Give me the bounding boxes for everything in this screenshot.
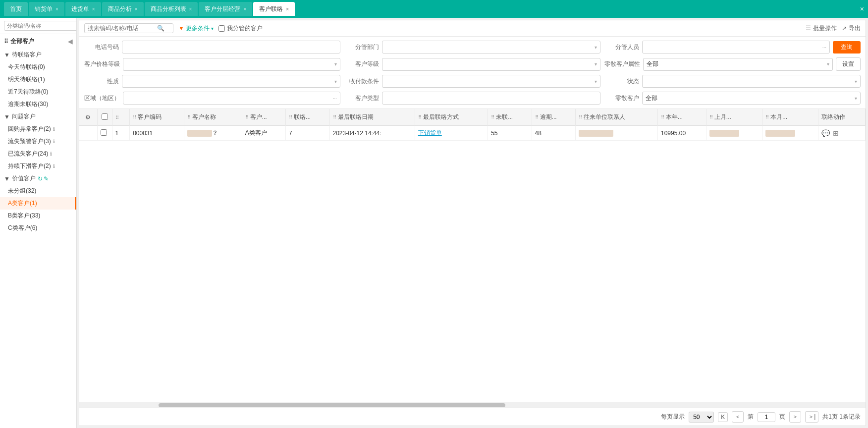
export-label: 导出	[849, 24, 861, 33]
col-header-overdue[interactable]: ⠿逾期...	[532, 109, 575, 126]
pay-label: 收付款条件	[344, 77, 379, 86]
all-customers-header[interactable]: ⠿ 全部客户 ◀	[0, 34, 76, 49]
edit-icon[interactable]: ✎	[44, 175, 49, 182]
per-page-select[interactable]: 50 100 200	[689, 412, 714, 423]
level-dropdown-arrow: ▾	[595, 61, 597, 67]
row-checkbox[interactable]	[101, 129, 107, 136]
col-header-action[interactable]: 联络动作	[818, 109, 866, 126]
churn-warning-label: 流失预警客户(3)	[8, 137, 51, 146]
first-page-btn[interactable]: K	[718, 412, 728, 422]
nav-tab-customer-tier[interactable]: 客户分层经营 ×	[199, 2, 252, 16]
col-header-code[interactable]: ⠿客户编码	[130, 109, 184, 126]
sidebar-item-class-b[interactable]: B类客户(33)	[0, 210, 76, 222]
arrow-icon: ▼	[4, 52, 10, 58]
col-header-thismonth[interactable]: ⠿本月...	[762, 109, 818, 126]
sales-tab-close[interactable]: ×	[55, 6, 58, 12]
sidebar-item-overdue[interactable]: 逾期未联络(30)	[0, 98, 76, 110]
level-input[interactable]: ▾	[382, 58, 600, 71]
lastmonth-placeholder	[709, 130, 739, 137]
type-input[interactable]	[382, 92, 600, 105]
grid-action-icon[interactable]: ⊞	[833, 129, 839, 137]
col-header-lastmethod[interactable]: ⠿最后联络方式	[415, 109, 488, 126]
sidebar-item-unclassified[interactable]: 未分组(32)	[0, 185, 76, 197]
sidebar-item-class-a[interactable]: A类客户(1)	[0, 197, 76, 210]
content-area: 🔍 ▼ 更多条件 ▾ 我分管的客户 ☰ 批量操作 ↗ 导出	[79, 20, 866, 426]
filter-row-status: 状态 ▾	[604, 75, 861, 88]
sidebar-item-class-c[interactable]: C类客户(6)	[0, 222, 76, 234]
cell-gear	[79, 126, 97, 141]
batch-op-btn[interactable]: ☰ 批量操作	[806, 24, 837, 33]
cell-lastmethod[interactable]: 下销货单	[415, 126, 488, 141]
filter-more-arrow: ▾	[211, 26, 214, 31]
nav-tab-sales[interactable]: 销货单 ×	[29, 2, 64, 16]
phone-input[interactable]	[122, 41, 340, 54]
nature-input[interactable]: ▾	[122, 75, 340, 88]
sidebar-collapse-icon[interactable]: ◀	[68, 38, 72, 45]
sales-tab-label: 销货单	[35, 5, 53, 13]
chat-action-icon[interactable]: 💬	[821, 129, 830, 137]
select-all-checkbox[interactable]	[102, 113, 108, 120]
sidebar-item-today[interactable]: 今天待联络(0)	[0, 61, 76, 73]
page-input[interactable]	[758, 412, 775, 422]
last-method-link[interactable]: 下销货单	[418, 129, 442, 136]
total-label: 共1页 1条记录	[822, 413, 861, 421]
scrollbar-thumb[interactable]	[159, 403, 505, 407]
staff-input[interactable]: ···	[642, 41, 830, 54]
purchase-tab-close[interactable]: ×	[92, 6, 95, 12]
area-input[interactable]: ···	[123, 92, 340, 105]
retail2-input[interactable]: 全部 ▾	[642, 92, 861, 105]
price-input[interactable]: ▾	[123, 58, 340, 71]
refresh-icon[interactable]: ↻	[38, 175, 43, 182]
thisyear-col-icon: ⠿	[661, 114, 664, 120]
retail-input[interactable]: 全部 ▾	[643, 58, 833, 71]
export-btn[interactable]: ↗ 导出	[842, 24, 861, 33]
purchase-tab-label: 进货单	[71, 5, 89, 13]
filter-more-btn[interactable]: ▼ 更多条件 ▾	[178, 24, 214, 33]
sidebar-search-input[interactable]	[4, 21, 77, 31]
col-header-name[interactable]: ⠿客户名称	[184, 109, 242, 126]
dept-input[interactable]: ▾	[382, 41, 600, 54]
nav-tab-customer-contact[interactable]: 客户联络 ×	[253, 2, 295, 16]
filter-search-icon[interactable]: 🔍	[157, 25, 164, 32]
type-label: 客户类型	[344, 94, 379, 103]
sidebar-item-churned[interactable]: 已流失客户(24) ℹ	[0, 148, 76, 160]
col-header-contacts[interactable]: ⠿往来单位联系人	[576, 109, 658, 126]
col-header-type[interactable]: ⠿客户...	[242, 109, 285, 126]
filter-icon: ▼	[178, 25, 184, 32]
query-button[interactable]: 查询	[833, 41, 861, 54]
sidebar-item-declining[interactable]: 持续下滑客户(2) ℹ	[0, 160, 76, 172]
table-header-row: ⚙ ⠿ ⠿客户编码 ⠿客户名称 ⠿客户... ⠿联络... ⠿最后联络日期 ⠿最…	[79, 109, 866, 126]
col-header-thisyear[interactable]: ⠿本年...	[658, 109, 706, 126]
col-header-contact[interactable]: ⠿联络...	[286, 109, 329, 126]
col-header-lastmonth[interactable]: ⠿上月...	[706, 109, 762, 126]
filter-search-input[interactable]	[88, 25, 157, 32]
sidebar-item-repurchase-abnormal[interactable]: 回购异常客户(2) ℹ	[0, 123, 76, 135]
prev-page-btn[interactable]: ＜	[732, 411, 744, 423]
sidebar-item-tomorrow[interactable]: 明天待联络(1)	[0, 73, 76, 86]
sidebar-item-7days[interactable]: 近7天待联络(0)	[0, 86, 76, 98]
horizontal-scrollbar[interactable]	[79, 402, 866, 408]
product-analysis-tab-close[interactable]: ×	[135, 6, 138, 12]
contacts-col-icon: ⠿	[579, 114, 582, 120]
customer-contact-tab-close[interactable]: ×	[286, 6, 289, 12]
col-header-lastdate[interactable]: ⠿最后联络日期	[329, 109, 415, 126]
settings-button[interactable]: 设置	[836, 57, 861, 71]
nav-tab-product-analysis[interactable]: 商品分析 ×	[102, 2, 144, 16]
customer-contact-tab-label: 客户联络	[259, 5, 283, 13]
last-page-btn[interactable]: ＞|	[805, 411, 818, 423]
info-icon-3: ℹ	[50, 151, 52, 157]
status-input[interactable]: ▾	[642, 75, 861, 88]
next-page-btn[interactable]: ＞	[789, 411, 801, 423]
gear-column-header[interactable]: ⚙	[79, 109, 97, 126]
problem-section-label: 问题客户	[12, 112, 36, 121]
customer-tier-tab-close[interactable]: ×	[243, 6, 246, 12]
nav-tab-product-list[interactable]: 商品分析列表 ×	[145, 2, 198, 16]
close-all-tabs[interactable]: ×	[860, 5, 864, 13]
nav-tab-home[interactable]: 首页	[4, 2, 28, 16]
sidebar-item-churn-warning[interactable]: 流失预警客户(3) ℹ	[0, 135, 76, 148]
pay-input[interactable]: ▾	[382, 75, 600, 88]
product-list-tab-close[interactable]: ×	[189, 6, 192, 12]
col-header-nocontact[interactable]: ⠿未联...	[488, 109, 532, 126]
my-customers-checkbox[interactable]	[218, 25, 225, 32]
nav-tab-purchase[interactable]: 进货单 ×	[65, 2, 101, 16]
